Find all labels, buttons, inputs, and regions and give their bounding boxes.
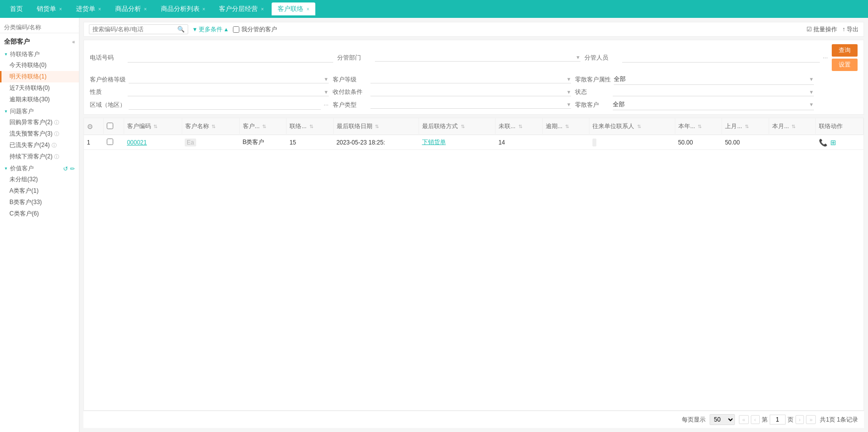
gender-arrow: ▼ <box>324 89 329 95</box>
sidebar-item-churn-warning[interactable]: 流失预警客户(3) ⓘ <box>0 128 79 140</box>
region-more-btn[interactable]: ··· <box>324 101 329 108</box>
sidebar-item-overdue[interactable]: 逾期未联络(30) <box>0 94 79 105</box>
customer-level-select[interactable]: ▼ <box>370 75 572 83</box>
retail-select[interactable]: 全部 ▼ <box>613 99 814 110</box>
grid-action-icon[interactable]: ⊞ <box>830 139 836 146</box>
sidebar-item-declining[interactable]: 持续下滑客户(2) ⓘ <box>0 151 79 162</box>
region-input[interactable] <box>129 100 321 110</box>
status-select[interactable]: ▼ <box>613 88 814 96</box>
person-input[interactable] <box>622 53 820 63</box>
dept-select[interactable]: ▼ <box>375 54 580 62</box>
th-code: 客户编码 ⇅ <box>124 118 182 135</box>
cell-checkbox[interactable] <box>104 135 124 150</box>
gear-button[interactable]: ⚙ <box>87 123 93 131</box>
sort-contact-icon[interactable]: ⇅ <box>309 124 313 129</box>
sidebar-item-b-class[interactable]: B类客户(33) <box>0 197 79 208</box>
sort-code-icon[interactable]: ⇅ <box>153 124 157 129</box>
more-conditions-btn[interactable]: ▼ 更多条件 ▲ <box>192 25 229 34</box>
retail-arrow: ▼ <box>809 102 814 107</box>
last-page-btn[interactable]: » <box>806 415 816 424</box>
sort-contact-person-icon[interactable]: ⇅ <box>637 124 641 129</box>
search-icon[interactable]: 🔍 <box>177 26 185 33</box>
close-purchase-order[interactable]: × <box>98 6 101 12</box>
sidebar-item-churned[interactable]: 已流失客户(24) ⓘ <box>0 140 79 151</box>
cell-index: 1 <box>84 135 104 150</box>
phone-action-icon[interactable]: 📞 <box>819 139 827 146</box>
th-last-month: 上月... ⇅ <box>722 118 769 135</box>
sort-last-month-icon[interactable]: ⇅ <box>745 124 749 129</box>
value-edit-icon[interactable]: ✏ <box>70 165 75 172</box>
sidebar-item-c-class[interactable]: C类客户(6) <box>0 208 79 219</box>
total-info: 共1页 1条记录 <box>820 416 858 424</box>
sort-this-year-icon[interactable]: ⇅ <box>698 124 702 129</box>
sort-type-icon[interactable]: ⇅ <box>262 124 266 129</box>
sidebar-search-input[interactable] <box>4 24 78 31</box>
close-sales-order[interactable]: × <box>59 6 62 12</box>
sidebar-item-ungrouped[interactable]: 未分组(32) <box>0 174 79 185</box>
my-customers-filter[interactable]: 我分管的客户 <box>233 25 277 34</box>
filter-row-1: 电话号码 分管部门 ▼ 分管人员 ··· 查询 设置 <box>90 44 858 71</box>
th-last-date: 最后联络日期 ⇅ <box>333 118 419 135</box>
sidebar-item-7days[interactable]: 近7天待联络(0) <box>0 82 79 94</box>
nav-home[interactable]: 首页 <box>4 2 29 15</box>
nav-customer-contact[interactable]: 客户联络 × <box>272 2 315 15</box>
pay-select[interactable]: ▼ <box>370 88 572 96</box>
action-icons: 📞 ⊞ <box>819 139 861 146</box>
sort-uncontacted-icon[interactable]: ⇅ <box>518 124 522 129</box>
sort-overdue-icon[interactable]: ⇅ <box>565 124 569 129</box>
th-this-month: 本月... ⇅ <box>769 118 815 135</box>
value-refresh-icon[interactable]: ↺ <box>63 165 68 172</box>
retail-attr-select[interactable]: 全部 ▼ <box>614 74 814 85</box>
sidebar-item-today[interactable]: 今天待联络(0) <box>0 60 79 71</box>
query-button[interactable]: 查询 <box>832 44 858 57</box>
person-more-btn[interactable]: ··· <box>823 54 828 61</box>
sidebar-item-repurchase-abnormal[interactable]: 回购异常客户(2) ⓘ <box>0 117 79 128</box>
dept-field: 分管部门 ▼ <box>337 54 580 62</box>
phone-input[interactable] <box>128 53 333 63</box>
sort-name-icon[interactable]: ⇅ <box>212 124 216 129</box>
right-actions: ☑ 批量操作 ↑ 导出 <box>806 25 859 34</box>
my-customers-checkbox[interactable] <box>233 26 239 33</box>
export-btn[interactable]: ↑ 导出 <box>842 25 859 34</box>
close-customer-contact[interactable]: × <box>306 6 309 12</box>
th-contact-person: 往来单位联系人 ⇅ <box>589 118 675 135</box>
last-method-link[interactable]: 下销货单 <box>422 139 446 145</box>
nav-product-analysis-list[interactable]: 商品分析列表 × <box>155 2 212 15</box>
bulk-operation-btn[interactable]: ☑ 批量操作 <box>806 25 837 34</box>
nav-sales-order[interactable]: 销货单 × <box>31 2 68 15</box>
per-page-select[interactable]: 50 100 200 <box>710 414 735 425</box>
sort-last-date-icon[interactable]: ⇅ <box>375 124 379 129</box>
close-product-analysis-list[interactable]: × <box>203 6 206 12</box>
data-table: ⚙ 客户编码 ⇅ 客户名称 ⇅ <box>84 118 864 150</box>
nav-customer-tier[interactable]: 客户分层经营 × <box>213 2 270 15</box>
sort-this-month-icon[interactable]: ⇅ <box>792 124 796 129</box>
first-page-btn[interactable]: « <box>739 415 749 424</box>
search-input[interactable] <box>92 26 175 33</box>
sidebar-search-container: 🔍 <box>0 22 79 33</box>
filter-row-2: 客户价格等级 ▼ 客户等级 ▼ 零散客户属性 全部 <box>90 74 858 85</box>
prev-page-btn[interactable]: ‹ <box>751 415 760 424</box>
select-all-checkbox[interactable] <box>107 123 113 129</box>
status-arrow: ▼ <box>809 89 814 95</box>
sort-last-method-icon[interactable]: ⇅ <box>461 124 465 129</box>
close-product-analysis[interactable]: × <box>144 6 147 12</box>
gender-select[interactable]: ▼ <box>128 88 329 96</box>
row-checkbox[interactable] <box>107 139 113 145</box>
reset-button[interactable]: 设置 <box>832 59 858 71</box>
pay-arrow: ▼ <box>566 89 571 95</box>
next-page-btn[interactable]: › <box>796 415 804 424</box>
th-checkbox[interactable] <box>104 118 124 135</box>
all-customers-header[interactable]: 全部客户 « <box>0 35 79 48</box>
sidebar-item-a-class[interactable]: A类客户(1) <box>0 185 79 197</box>
cell-last-date: 2023-05-23 18:25: <box>333 135 419 150</box>
close-customer-tier[interactable]: × <box>261 6 264 12</box>
th-contact: 联络... ⇅ <box>287 118 333 135</box>
nav-product-analysis[interactable]: 商品分析 × <box>109 2 153 15</box>
customer-code-link[interactable]: 000021 <box>127 139 147 146</box>
price-level-select[interactable]: ▼ <box>129 75 329 83</box>
type-select[interactable]: ▼ <box>370 101 572 109</box>
page-number-input[interactable] <box>770 415 786 425</box>
th-name: 客户名称 ⇅ <box>182 118 239 135</box>
sidebar-item-tomorrow[interactable]: 明天待联络(1) <box>0 71 79 82</box>
nav-purchase-order[interactable]: 进货单 × <box>70 2 107 15</box>
